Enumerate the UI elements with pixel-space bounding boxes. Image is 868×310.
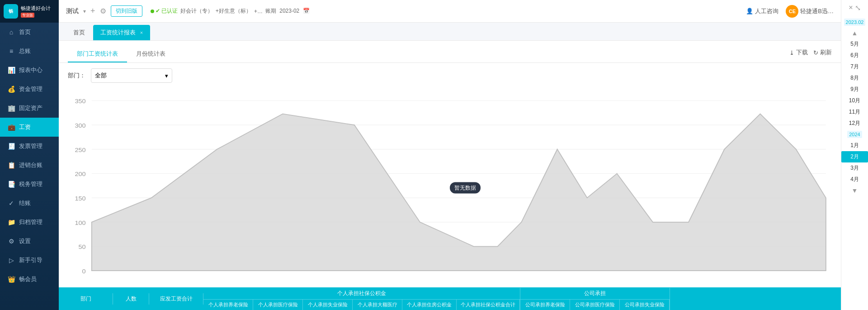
salary-icon: 💼 [7, 124, 15, 131]
panel-close-button[interactable]: × [849, 4, 853, 14]
month-11[interactable]: 11月 [841, 106, 868, 118]
col-personal-medical: 个人承担医疗保险 [253, 300, 303, 310]
sidebar-item-funds[interactable]: 💰 资金管理 [0, 80, 59, 99]
panel-expand-button[interactable]: ⤡ [855, 4, 861, 12]
user-menu[interactable]: CE 轻捷通B迅… [786, 5, 834, 18]
svg-text:0: 0 [82, 268, 86, 275]
month-2024-4[interactable]: 4月 [841, 174, 868, 185]
status-area: ✔ 已认证 好会计（专） +好生意（标） +… 账期 2023-02 📅 [151, 7, 310, 15]
sales-icon: 📋 [7, 162, 15, 169]
sidebar-item-label: 结账 [19, 199, 31, 207]
tab-home[interactable]: 首页 [66, 25, 92, 40]
month-2024-2-active[interactable]: 2月 [841, 151, 868, 162]
guide-icon: ▷ [7, 257, 15, 264]
topbar: 测试 ▾ + ⚙ 切到旧版 ✔ 已认证 好会计（专） +好生意（标） +… 账期… [59, 0, 841, 23]
sidebar-item-salary[interactable]: 💼 工资 [0, 118, 59, 137]
sidebar-item-label: 发票管理 [19, 142, 42, 150]
month-10[interactable]: 10月 [841, 95, 868, 106]
consult-button[interactable]: 👤 人工咨询 [746, 7, 778, 15]
download-button[interactable]: ⤓ 下载 [789, 48, 808, 57]
settings-button[interactable]: ⚙ [100, 7, 106, 15]
avatar: CE [786, 5, 798, 18]
col-dept: 部门 [59, 293, 113, 305]
svg-text:300: 300 [75, 123, 86, 129]
chart-container: 350 300 250 200 150 100 50 0 [59, 88, 841, 287]
month-9[interactable]: 9月 [841, 84, 868, 95]
month-nav-down-button[interactable]: ▼ [850, 185, 860, 196]
dept-filter-select[interactable]: 全部 ▾ [91, 68, 172, 83]
sidebar-item-assets[interactable]: 🏢 固定资产 [0, 99, 59, 118]
sidebar-item-label: 归档管理 [19, 218, 42, 226]
subtab-dept[interactable]: 部门工资统计表 [68, 46, 127, 62]
col-company-unemploy: 公司承担失业保险 [620, 300, 670, 310]
right-panel: × ⤡ 2023.02 ▲ 5月 6月 7月 8月 9月 10月 11月 12月 [841, 0, 868, 310]
col-company-medical: 公司承担医疗保险 [570, 300, 620, 310]
refresh-icon: ↻ [813, 49, 818, 56]
col-personal-pension: 个人承担养老保险 [203, 300, 253, 310]
chart-svg: 350 300 250 200 150 100 50 0 [68, 93, 832, 283]
sidebar-item-label: 固定资产 [19, 104, 42, 112]
col-group-company: 公司承担 公司承担养老保险 公司承担医疗保险 公司承担失业保险 [520, 288, 670, 310]
sidebar-item-sales[interactable]: 📋 进销台账 [0, 156, 59, 175]
month-2024-3[interactable]: 3月 [841, 162, 868, 174]
sidebar-item-tax[interactable]: 📑 税务管理 [0, 175, 59, 194]
month-5[interactable]: 5月 [841, 38, 868, 50]
logo-icon: 畅 [4, 4, 18, 19]
assets-icon: 🏢 [7, 105, 15, 112]
old-version-button[interactable]: 切到旧版 [111, 5, 142, 17]
year-2024-section: 2024 [847, 131, 862, 138]
sidebar-item-vip[interactable]: 👑 畅会员 [0, 270, 59, 289]
svg-text:150: 150 [75, 196, 86, 202]
group-cells-company: 公司承担养老保险 公司承担医疗保险 公司承担失业保险 [520, 300, 670, 310]
col-personal-unemploy: 个人承担失业保险 [303, 300, 353, 310]
consult-icon: 👤 [746, 8, 753, 14]
sidebar-item-ledger[interactable]: ≡ 总账 [0, 42, 59, 61]
month-7[interactable]: 7月 [841, 61, 868, 72]
month-8[interactable]: 8月 [841, 72, 868, 84]
tab-close-button[interactable]: × [140, 30, 143, 35]
tab-salary-report[interactable]: 工资统计报表 × [93, 25, 150, 40]
refresh-button[interactable]: ↻ 刷新 [813, 48, 832, 57]
sidebar-item-label: 报表中心 [19, 66, 42, 74]
col-count: 人数 [113, 293, 149, 305]
month-6[interactable]: 6月 [841, 50, 868, 61]
page-content: 部门工资统计表 月份统计表 ⤓ 下载 ↻ 刷新 [59, 41, 841, 310]
sidebar-item-invoice[interactable]: 🧾 发票管理 [0, 137, 59, 156]
company-dropdown-arrow[interactable]: ▾ [83, 8, 86, 14]
verified-badge: ✔ 已认证 [151, 7, 178, 15]
sidebar-item-label: 首页 [19, 28, 31, 36]
company-title: 测试 [66, 7, 79, 15]
app-name: 畅捷通好会计 专业版 [21, 5, 51, 18]
sidebar-item-label: 进销台账 [19, 161, 42, 169]
archive-icon: 📁 [7, 219, 15, 226]
sidebar-item-reports[interactable]: 📊 报表中心 [0, 61, 59, 80]
topbar-right: 👤 人工咨询 CE 轻捷通B迅… [746, 5, 834, 18]
sidebar-item-guide[interactable]: ▷ 新手引导 [0, 251, 59, 270]
sidebar-item-label: 新手引导 [19, 256, 42, 264]
sidebar-item-label: 税务管理 [19, 180, 42, 188]
good-accounting-status: 好会计（专） [180, 7, 213, 15]
month-nav-up-button[interactable]: ▲ [850, 28, 860, 38]
month-2024-1[interactable]: 1月 [841, 140, 868, 151]
sidebar-item-archive[interactable]: 📁 归档管理 [0, 213, 59, 232]
sidebar-item-home[interactable]: ⌂ 首页 [0, 23, 59, 42]
sidebar-item-settings[interactable]: ⚙ 设置 [0, 232, 59, 251]
calendar-icon[interactable]: 📅 [303, 8, 310, 14]
month-12[interactable]: 12月 [841, 118, 868, 129]
tax-icon: 📑 [7, 181, 15, 188]
home-icon: ⌂ [7, 29, 15, 36]
dept-filter-label: 部门： [68, 72, 85, 80]
svg-text:50: 50 [78, 244, 86, 250]
sidebar-item-label: 工资 [19, 123, 31, 131]
subtab-monthly[interactable]: 月份统计表 [127, 46, 175, 62]
add-company-button[interactable]: + [90, 6, 95, 16]
more-status: +… [254, 8, 263, 14]
svg-text:100: 100 [75, 219, 86, 226]
svg-text:250: 250 [75, 147, 86, 153]
sidebar-item-settle[interactable]: ✓ 结账 [0, 194, 59, 213]
filter-bar: 部门： 全部 ▾ [59, 63, 841, 88]
subtab-bar: 部门工资统计表 月份统计表 ⤓ 下载 ↻ 刷新 [59, 41, 841, 63]
svg-text:200: 200 [75, 171, 86, 177]
subtab-left: 部门工资统计表 月份统计表 [68, 46, 175, 62]
ledger-icon: ≡ [7, 48, 15, 55]
